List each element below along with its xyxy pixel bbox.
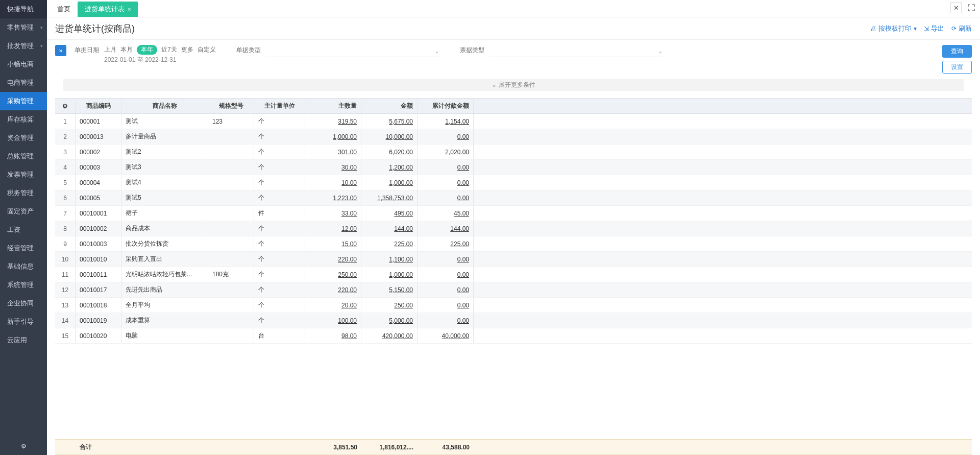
table-row[interactable]: 900010003批次分货位拣货个15.00225.00225.00 (55, 236, 972, 252)
cell-paid[interactable]: 0.00 (418, 282, 474, 297)
cell-qty[interactable]: 15.00 (305, 236, 361, 251)
cell-paid[interactable]: 144.00 (418, 221, 474, 236)
column-settings[interactable]: ⚙ (55, 99, 76, 113)
cell-amount[interactable]: 144.00 (361, 221, 418, 236)
refresh-button[interactable]: ⟳ 刷新 (951, 24, 972, 33)
table-row[interactable]: 1200010017先进先出商品个220.005,150.000.00 (55, 282, 972, 298)
cell-qty[interactable]: 12.00 (305, 221, 361, 236)
cell-qty[interactable]: 220.00 (305, 252, 361, 267)
table-row[interactable]: 3000002测试2个301.006,020.002,020.00 (55, 145, 972, 160)
cell-paid[interactable]: 2,020.00 (418, 145, 474, 159)
cell-paid[interactable]: 45.00 (418, 206, 474, 221)
sidebar-item-10[interactable]: 税务管理 (0, 184, 47, 202)
table-row[interactable]: 5000004测试4个10.001,000.000.00 (55, 175, 972, 190)
cell-amount[interactable]: 1,358,753.00 (361, 190, 418, 205)
cell-paid[interactable]: 1,154.00 (418, 114, 474, 129)
cell-qty[interactable]: 319.50 (305, 114, 361, 129)
table-row[interactable]: 1400010019成本重算个100.005,000.000.00 (55, 313, 972, 328)
cell-qty[interactable]: 250.00 (305, 267, 361, 282)
col-code[interactable]: 商品编码 (76, 99, 121, 113)
doc-type-select[interactable]: ⌄ (266, 45, 439, 57)
cell-amount[interactable]: 1,100.00 (361, 252, 418, 267)
cell-amount[interactable]: 1,000.00 (361, 267, 418, 282)
cell-amount[interactable]: 5,675.00 (361, 114, 418, 129)
cell-amount[interactable]: 250.00 (361, 298, 418, 313)
more-filters-toggle[interactable]: ⌄ 展开更多条件 (63, 79, 964, 91)
table-row[interactable]: 6000005测试5个1,223.001,358,753.000.00 (55, 190, 972, 206)
cell-amount[interactable]: 6,020.00 (361, 145, 418, 159)
print-button[interactable]: 🖨 按模板打印 ▾ (870, 24, 917, 33)
sidebar-item-12[interactable]: 工资 (0, 221, 47, 239)
cell-qty[interactable]: 20.00 (305, 298, 361, 313)
export-button[interactable]: ⇲ 导出 (924, 24, 944, 33)
cell-paid[interactable]: 0.00 (418, 190, 474, 205)
query-button[interactable]: 查询 (942, 45, 972, 58)
expand-filters-button[interactable]: » (55, 45, 66, 56)
col-unit[interactable]: 主计量单位 (254, 99, 305, 113)
cell-paid[interactable]: 225.00 (418, 236, 474, 251)
table-row[interactable]: 1100010011光明咕浓咕浓轻巧包莱...180克个250.001,000.… (55, 267, 972, 282)
cell-paid[interactable]: 0.00 (418, 175, 474, 190)
cell-qty[interactable]: 301.00 (305, 145, 361, 159)
cell-qty[interactable]: 1,000.00 (305, 129, 361, 144)
settings-button[interactable]: 设置 (942, 61, 972, 74)
cell-amount[interactable]: 225.00 (361, 236, 418, 251)
sidebar-item-17[interactable]: 新手引导 (0, 313, 47, 331)
sidebar-item-14[interactable]: 基础信息 (0, 257, 47, 276)
date-option[interactable]: 上月 (104, 45, 116, 54)
close-icon[interactable]: × (128, 6, 131, 12)
cell-amount[interactable]: 10,000.00 (361, 129, 418, 144)
fullscreen-button[interactable] (966, 2, 977, 13)
sidebar-item-9[interactable]: 发票管理 (0, 165, 47, 184)
cell-amount[interactable]: 1,000.00 (361, 175, 418, 190)
sidebar-item-4[interactable]: 电商管理 (0, 74, 47, 92)
table-row[interactable]: 700010001裙子件33.00495.0045.00 (55, 206, 972, 221)
col-spec[interactable]: 规格型号 (208, 99, 254, 113)
sidebar-item-6[interactable]: 库存核算 (0, 110, 47, 129)
cell-paid[interactable]: 0.00 (418, 298, 474, 313)
cell-paid[interactable]: 0.00 (418, 160, 474, 175)
date-option[interactable]: 本月 (120, 45, 133, 54)
cell-paid[interactable]: 0.00 (418, 313, 474, 328)
date-option[interactable]: 更多 (181, 45, 193, 54)
sidebar-item-18[interactable]: 云应用 (0, 331, 47, 349)
cell-amount[interactable]: 420,000.00 (361, 328, 418, 343)
cell-amount[interactable]: 1,200.00 (361, 160, 418, 175)
date-option[interactable]: 近7天 (161, 45, 177, 54)
table-row[interactable]: 1000010010采购直入直出个220.001,100.000.00 (55, 252, 972, 267)
sidebar-item-15[interactable]: 系统管理 (0, 276, 47, 294)
sidebar-item-7[interactable]: 资金管理 (0, 129, 47, 147)
cell-amount[interactable]: 5,150.00 (361, 282, 418, 297)
tab-home[interactable]: 首页 (50, 2, 78, 17)
table-row[interactable]: 1500010020电脑台98.00420,000.0040,000.00 (55, 328, 972, 344)
table-row[interactable]: 1300010018全月平均个20.00250.000.00 (55, 298, 972, 313)
cell-qty[interactable]: 30.00 (305, 160, 361, 175)
sidebar-item-8[interactable]: 总账管理 (0, 147, 47, 165)
sidebar-item-11[interactable]: 固定资产 (0, 202, 47, 221)
cell-qty[interactable]: 220.00 (305, 282, 361, 297)
col-name[interactable]: 商品名称 (121, 99, 208, 113)
cell-qty[interactable]: 100.00 (305, 313, 361, 328)
cell-paid[interactable]: 0.00 (418, 129, 474, 144)
close-window-button[interactable]: ✕ (950, 2, 962, 13)
sidebar-item-16[interactable]: 企业协同 (0, 294, 47, 313)
table-row[interactable]: 20000013多计量商品个1,000.0010,000.000.00 (55, 129, 972, 145)
col-paid[interactable]: 累计付款金额 (418, 99, 474, 113)
cell-qty[interactable]: 98.00 (305, 328, 361, 343)
tab-report[interactable]: 进货单统计表 × (78, 2, 138, 17)
date-option[interactable]: 本年 (137, 45, 157, 55)
col-qty[interactable]: 主数量 (305, 99, 361, 113)
table-row[interactable]: 4000003测试3个30.001,200.000.00 (55, 160, 972, 175)
bill-type-select[interactable]: ⌄ (489, 45, 663, 57)
date-option[interactable]: 自定义 (198, 45, 216, 54)
sidebar-settings[interactable]: ⚙ (0, 438, 47, 455)
cell-qty[interactable]: 10.00 (305, 175, 361, 190)
cell-paid[interactable]: 0.00 (418, 267, 474, 282)
cell-paid[interactable]: 40,000.00 (418, 328, 474, 343)
col-amount[interactable]: 金额 (361, 99, 418, 113)
table-row[interactable]: 1000001测试123个319.505,675.001,154.00 (55, 114, 972, 129)
sidebar-item-0[interactable]: 快捷导航 (0, 0, 47, 18)
sidebar-item-5[interactable]: 采购管理 (0, 92, 47, 110)
cell-amount[interactable]: 5,000.00 (361, 313, 418, 328)
sidebar-item-1[interactable]: 零售管理▾ (0, 18, 47, 37)
